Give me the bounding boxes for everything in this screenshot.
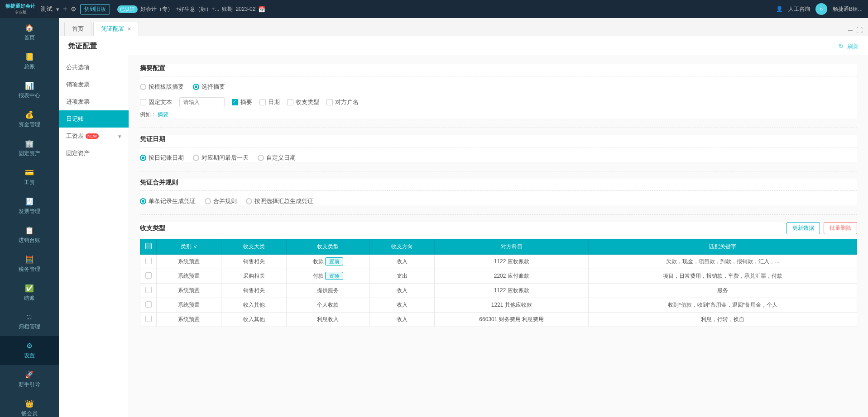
sidebar-item-settings[interactable]: ⚙ 设置	[0, 336, 59, 365]
sidebar-label-member: 畅会员	[21, 410, 38, 417]
counterparty-checkbox[interactable]: 对方户名	[326, 98, 359, 106]
payroll-expand-icon[interactable]: ▾	[118, 133, 121, 140]
summary-config-section: 摘要配置 按模板版摘要 选择摘要	[140, 64, 857, 118]
update-data-button[interactable]: 更新数据	[786, 222, 820, 234]
td-keywords-4: 利息，行转，换自	[589, 313, 857, 327]
maximize-icon[interactable]: ⛶	[856, 27, 863, 34]
merge-radio-single[interactable]: 单条记录生成凭证	[140, 197, 196, 205]
assets-icon: 🏢	[25, 139, 34, 148]
sidebar-label-ledger: 总账	[24, 63, 35, 71]
sidebar-item-salary[interactable]: 💳 工资	[0, 163, 59, 192]
tab-home[interactable]: 首页	[64, 22, 91, 36]
user-name[interactable]: 畅捷通B组...	[833, 5, 863, 13]
left-nav-item-public[interactable]: 公共选项	[59, 59, 129, 76]
fixed-text-checkbox[interactable]: 固定文本	[140, 98, 172, 106]
payment-type-checkbox[interactable]: 收支类型	[287, 98, 319, 106]
sidebar-item-ledger[interactable]: 📒 总账	[0, 47, 59, 76]
date-radio-lastday[interactable]: 对应期间最后一天	[193, 154, 249, 162]
sidebar-label-invoice: 发票管理	[19, 208, 40, 215]
dropdown-arrow-icon[interactable]: ▾	[56, 6, 59, 13]
minimize-icon[interactable]: ─	[848, 27, 853, 34]
select-all-checkbox[interactable]	[145, 243, 152, 249]
th-checkbox[interactable]	[140, 239, 157, 255]
summary-checkbox-row: 固定文本 摘要 日期 收支类型	[140, 97, 857, 107]
tab-bar: 首页 凭证配置 ✕ ─ ⛶	[59, 18, 868, 36]
sidebar-item-funds[interactable]: 💰 资金管理	[0, 105, 59, 134]
purchase-icon: 📋	[25, 226, 34, 235]
td-checkbox-1[interactable]	[140, 269, 157, 284]
td-category-2: 系统预置	[157, 284, 221, 298]
date-radio-custom-label: 自定义日期	[266, 154, 296, 162]
type-tag-1[interactable]: 置顶	[325, 272, 343, 280]
sidebar-label-settle: 结账	[24, 294, 35, 302]
left-nav-item-payroll[interactable]: 工资表 NEW ▾	[59, 128, 129, 145]
summary-checkbox[interactable]: 摘要	[232, 98, 252, 106]
td-type-4: 利息收入	[286, 313, 369, 327]
counterparty-label: 对方户名	[335, 98, 359, 106]
summary-checkbox-label: 摘要	[240, 98, 252, 106]
sidebar-item-reports[interactable]: 📊 报表中心	[0, 76, 59, 105]
business-label: +好生意（标）+...	[176, 5, 219, 13]
member-icon: 👑	[25, 399, 34, 408]
merge-radio-summary[interactable]: 按照选择汇总生成凭证	[246, 197, 313, 205]
refresh-action[interactable]: ↻ 刷新	[839, 43, 859, 51]
th-keywords: 匹配关键字	[589, 239, 857, 255]
merge-rules-radio-group: 单条记录生成凭证 合并规则 按照选择汇总生成凭证	[140, 197, 857, 205]
date-radio-journal-label: 按日记账日期	[149, 154, 184, 162]
sidebar-item-home[interactable]: 🏠 首页	[0, 18, 59, 47]
merge-radio-merge[interactable]: 合并规则	[205, 197, 237, 205]
gear-icon[interactable]: ⚙	[71, 5, 77, 13]
merge-radio-summary-dot	[246, 198, 252, 204]
td-keywords-1: 项目，日常费用，报销款，车费，承兑汇票，付款	[589, 269, 857, 284]
td-checkbox-2[interactable]	[140, 284, 157, 298]
left-nav-item-purchase-invoice[interactable]: 进项发票	[59, 93, 129, 110]
company-logo: 畅捷通好会计 专业版	[5, 3, 35, 15]
sidebar-item-guide[interactable]: 🚀 新手引导	[0, 365, 59, 394]
switch-old-version-button[interactable]: 切到旧版	[80, 4, 110, 14]
sidebar-label-settings: 设置	[24, 352, 35, 360]
radio-template-label: 按模板版摘要	[149, 83, 184, 91]
inner-layout: 公共选项 销项发票 进项发票 日记账 工资表 NEW ▾	[59, 55, 868, 417]
type-tag-0[interactable]: 置顶	[325, 257, 343, 265]
batch-delete-button[interactable]: 批量删除	[824, 222, 857, 234]
sidebar-label-funds: 资金管理	[19, 121, 40, 128]
sidebar-item-invoice[interactable]: 🧾 发票管理	[0, 192, 59, 221]
left-nav-item-fixed-assets[interactable]: 固定资产	[59, 145, 129, 162]
td-major-0: 销售相关	[221, 255, 286, 269]
calendar-icon[interactable]: 📅	[258, 6, 265, 13]
archive-icon: 🗂	[26, 313, 33, 321]
sidebar-item-purchase[interactable]: 📋 进销台账	[0, 221, 59, 250]
merge-rules-title: 凭证合并规则	[140, 179, 857, 191]
tab-close-icon[interactable]: ✕	[127, 26, 131, 32]
tab-voucher-config[interactable]: 凭证配置 ✕	[93, 22, 139, 36]
merge-radio-summary-label: 按照选择汇总生成凭证	[254, 197, 313, 205]
separator-3	[140, 214, 857, 215]
date-radio-journal-dot	[140, 155, 146, 161]
support-label[interactable]: 人工咨询	[788, 5, 810, 13]
td-major-4: 收入其他	[221, 313, 286, 327]
add-icon[interactable]: +	[63, 5, 67, 13]
payment-type-checkbox-box	[287, 99, 293, 105]
sidebar-item-member[interactable]: 👑 畅会员	[0, 394, 59, 417]
td-type-2: 提供服务	[286, 284, 369, 298]
date-radio-journal[interactable]: 按日记账日期	[140, 154, 184, 162]
td-checkbox-0[interactable]	[140, 255, 157, 269]
td-checkbox-4[interactable]	[140, 313, 157, 327]
left-nav-item-sales-invoice[interactable]: 销项发票	[59, 76, 129, 93]
left-nav-item-journal[interactable]: 日记账	[59, 110, 129, 128]
fixed-text-input[interactable]	[179, 97, 225, 107]
date-radio-custom-dot	[258, 155, 264, 161]
sidebar-item-assets[interactable]: 🏢 固定资产	[0, 134, 59, 163]
salary-icon: 💳	[25, 168, 34, 177]
date-radio-custom[interactable]: 自定义日期	[258, 154, 296, 162]
date-checkbox[interactable]: 日期	[259, 98, 280, 106]
td-checkbox-3[interactable]	[140, 298, 157, 313]
sidebar-item-settle[interactable]: ✅ 结账	[0, 279, 59, 308]
merge-radio-merge-dot	[205, 198, 211, 204]
sidebar-item-tax[interactable]: 🧮 税务管理	[0, 250, 59, 279]
summary-radio-template[interactable]: 按模板版摘要	[140, 83, 184, 91]
sidebar-item-archive[interactable]: 🗂 归档管理	[0, 308, 59, 336]
avatar[interactable]: B	[815, 3, 827, 15]
summary-radio-select[interactable]: 选择摘要	[193, 83, 225, 91]
page-header: 凭证配置 ↻ 刷新	[59, 36, 868, 55]
